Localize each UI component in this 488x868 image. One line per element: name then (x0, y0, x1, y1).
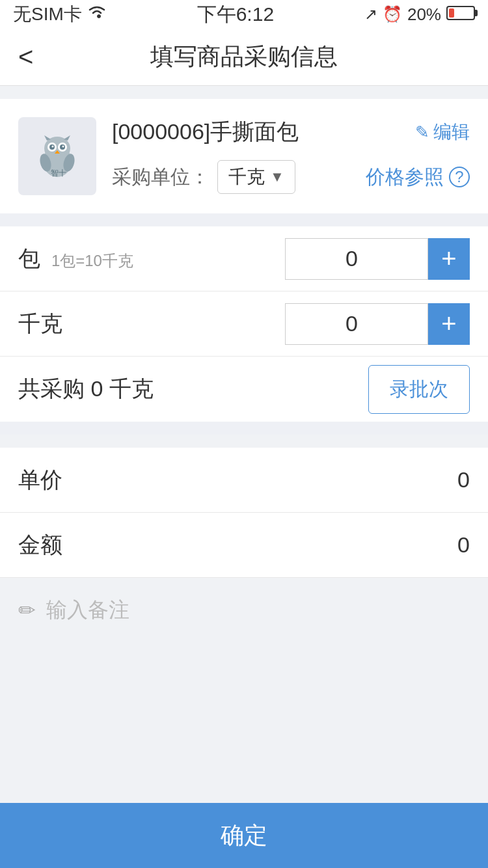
input-section: 包 1包=10千克 + 千克 + (0, 226, 488, 357)
unit-price-value: 0 (457, 467, 470, 493)
kg-input[interactable] (285, 303, 428, 345)
back-button[interactable]: < (18, 42, 33, 72)
unit-price-row: 单价 0 (0, 448, 488, 513)
dropdown-icon: ▼ (270, 169, 284, 185)
pencil-icon: ✏ (18, 598, 36, 623)
carrier-label: 无SIM卡 (13, 2, 82, 27)
product-name: [0000006]手撕面包 (112, 117, 299, 147)
bao-input[interactable] (285, 238, 428, 280)
svg-point-7 (62, 146, 64, 148)
battery-icon (446, 5, 475, 25)
unit-value: 千克 (228, 165, 265, 189)
help-icon: ? (449, 167, 470, 187)
alarm-icon: ⏰ (383, 5, 402, 23)
status-bar: 无SIM卡 下午6:12 ↗ ⏰ 20% (0, 0, 488, 29)
edit-icon: ✎ (415, 122, 429, 142)
section-divider-2 (0, 422, 488, 435)
unit-label: 采购单位： (112, 164, 210, 191)
footer: 确定 (0, 803, 488, 868)
footer-spacer (0, 643, 488, 708)
amount-value: 0 (457, 532, 470, 558)
edit-button[interactable]: ✎ 编辑 (415, 120, 470, 144)
nav-bar: < 填写商品采购信息 (0, 29, 488, 86)
section-divider-1 (0, 213, 488, 226)
bao-sublabel: 1包=10千克 (51, 252, 133, 269)
product-info: [0000006]手撕面包 ✎ 编辑 采购单位： 千克 ▼ 价格参照 ? (112, 117, 470, 194)
page-title: 填写商品采购信息 (150, 41, 338, 73)
kg-input-right: + (285, 303, 470, 345)
record-batch-button[interactable]: 录批次 (368, 365, 470, 414)
amount-row: 金额 0 (0, 513, 488, 578)
svg-point-6 (52, 146, 54, 148)
status-left: 无SIM卡 (13, 2, 107, 27)
price-section: 单价 0 金额 0 (0, 448, 488, 578)
kg-label-group: 千克 (18, 309, 62, 339)
summary-text: 共采购 0 千克 (18, 374, 154, 404)
bao-label-group: 包 1包=10千克 (18, 244, 133, 274)
status-right: ↗ ⏰ 20% (364, 5, 475, 25)
bao-input-right: + (285, 238, 470, 280)
summary-row: 共采购 0 千克 录批次 (0, 357, 488, 422)
product-card: 智十 [0000006]手撕面包 ✎ 编辑 采购单位： 千克 ▼ 价格参照 ? (0, 99, 488, 213)
battery-percent: 20% (407, 5, 441, 25)
unit-select[interactable]: 千克 ▼ (217, 160, 295, 194)
unit-price-label: 单价 (18, 465, 62, 495)
price-reference-button[interactable]: 价格参照 ? (366, 164, 470, 191)
confirm-button[interactable]: 确定 (221, 820, 267, 852)
bao-plus-button[interactable]: + (428, 238, 470, 280)
location-icon: ↗ (364, 5, 377, 23)
amount-label: 金额 (18, 530, 62, 560)
kg-label: 千克 (18, 311, 62, 336)
bao-label: 包 (18, 246, 40, 271)
status-time: 下午6:12 (197, 1, 274, 28)
product-logo: 智十 (31, 130, 83, 182)
kg-input-row: 千克 + (0, 292, 488, 357)
remark-placeholder: 输入备注 (46, 596, 129, 625)
remark-section[interactable]: ✏ 输入备注 (0, 578, 488, 643)
wifi-icon (87, 4, 107, 25)
product-thumbnail: 智十 (18, 117, 96, 195)
kg-plus-button[interactable]: + (428, 303, 470, 345)
svg-text:智十: 智十 (51, 169, 66, 178)
bao-input-row: 包 1包=10千克 + (0, 226, 488, 292)
